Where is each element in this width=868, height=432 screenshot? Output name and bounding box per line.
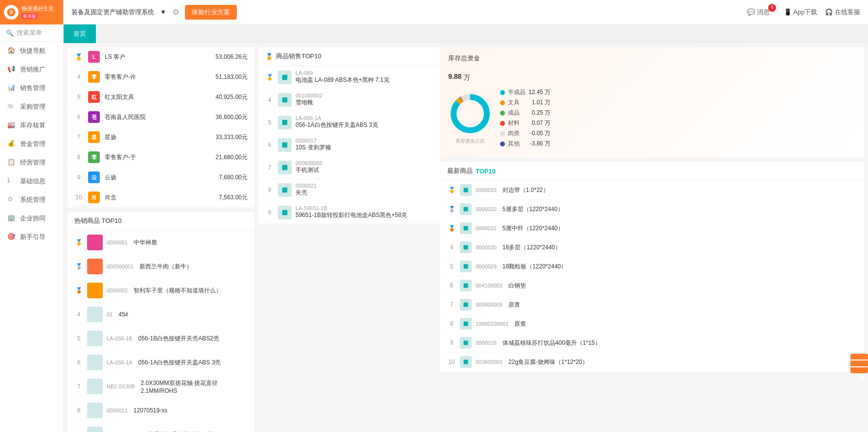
message-area[interactable]: 💬 消息 6 <box>747 8 776 17</box>
np-rank: 7 <box>447 301 456 308</box>
trial-button[interactable]: 体验行业方案 <box>185 5 237 20</box>
hot-product-img <box>87 379 103 394</box>
product-sales-panel: 🏅 商品销售TOP10 🥇 LA-089 电池盖 LA-089 ABS本色+黑种… <box>258 47 440 224</box>
customer-name: 零售客户-于 <box>105 153 211 162</box>
product-name: 056-1A白色按键开关盖ABS 3克 <box>296 121 434 129</box>
tab-bar: 首页 <box>64 24 868 43</box>
dropdown-arrow[interactable]: ▼ <box>160 8 166 16</box>
hot-product-img <box>87 283 103 298</box>
service-desk-btn[interactable]: 直播 <box>850 367 868 373</box>
np-code: 0000028 <box>476 340 497 346</box>
hot-products-list: 🥇 0000001 中华神鹿 🥈 000500001 新西兰牛肉（新牛） 🥉 <box>68 231 254 432</box>
customer-rank-list: 🥇 L LS 客户 53,006.26元 4 零 零售客户-许 51,183.0… <box>68 47 254 208</box>
donut-chart <box>448 92 492 136</box>
product-name: 59651-1B旋转投影灯电池盒ABS黑色+58克 <box>296 211 434 219</box>
rank-number: 7 <box>74 134 83 141</box>
customer-avatar: L <box>88 51 100 63</box>
product-icon <box>278 161 292 174</box>
chart-icon: 📊 <box>7 84 16 93</box>
sidebar-item-guide[interactable]: 🎯 新手引导 <box>0 228 63 246</box>
legend-val: 1.01 万 <box>532 98 551 107</box>
np-name: 22g鱼豆腐-烧烤味（1*12*20） <box>508 358 588 366</box>
legend-item: 其他 -3.86 万 <box>500 140 550 148</box>
hot-product-code: 000500001 <box>107 264 134 269</box>
new-product-item: 7 000800008 原查 <box>440 295 864 314</box>
product-info: 0000021 夹壳 <box>296 183 434 197</box>
hot-product-name: 056-1B白色按键开关壳ABS2壳 <box>138 335 219 343</box>
np-name: 18多层（1220*2440） <box>503 243 561 252</box>
product-rank: 6 <box>265 142 274 148</box>
tab-home[interactable]: 首页 <box>64 24 96 43</box>
customer-rank-item: 🥇 L LS 客户 53,006.26元 <box>68 47 254 67</box>
np-icon <box>460 337 472 349</box>
online-service[interactable]: 🎧 在线客服 <box>825 8 860 17</box>
hot-product-code: 0000011 <box>107 408 128 413</box>
np-icon <box>460 261 472 272</box>
customer-value: 51,183.00元 <box>216 73 248 81</box>
np-icon <box>460 222 472 234</box>
customer-rank-item: 4 零 零售客户-许 51,183.00元 <box>68 67 254 87</box>
customer-rank-item: 10 肖 肖念 7,563.00元 <box>68 188 254 208</box>
hot-rank: 🥉 <box>74 287 83 294</box>
search-label: 搜索菜单 <box>17 28 42 37</box>
product-icon <box>278 93 292 107</box>
message-label: 消息 <box>757 8 770 16</box>
hot-rank: 7 <box>74 383 83 390</box>
settings-icon[interactable]: ⚙ <box>172 7 179 17</box>
np-rank: 4 <box>447 244 456 251</box>
sidebar-item-inventory[interactable]: 🏭 库存核算 <box>0 116 63 135</box>
sidebar-item-base-info[interactable]: ℹ 基础信息 <box>0 172 63 191</box>
chart-legend: 半成品 12.45 万 文具 1.01 万 成品 0.25 万 <box>500 88 550 148</box>
product-icon <box>278 206 292 219</box>
sidebar-item-sys-manage[interactable]: ⚙ 系统管理 <box>0 191 63 209</box>
sidebar-item-enterprise[interactable]: 🏢 企业协同 <box>0 209 63 228</box>
svg-rect-17 <box>464 284 468 288</box>
hot-rank: 5 <box>74 335 83 342</box>
hot-product-code: NB2.0X30B <box>107 384 135 389</box>
np-code: 10000100001 <box>476 321 508 327</box>
sidebar-item-finance[interactable]: 💰 资金管理 <box>0 135 63 153</box>
svg-rect-4 <box>282 165 288 170</box>
message-badge: 6 <box>768 4 776 12</box>
customer-name: LS 客户 <box>105 53 211 61</box>
sidebar-item-sales[interactable]: 📊 销售管理 <box>0 79 63 97</box>
mobile-icon: 📱 <box>784 8 792 16</box>
svg-rect-13 <box>464 207 468 212</box>
svg-rect-21 <box>464 360 468 364</box>
product-rank: 9 <box>265 209 274 216</box>
rank-number: 10 <box>74 194 83 201</box>
hot-product-item: 5 LA-056-1B 056-1B白色按键开关壳ABS2壳 <box>68 327 254 351</box>
customer-rank-item: 9 云 云扬 7,680.00元 <box>68 168 254 188</box>
legend-val: -0.05 万 <box>530 129 551 138</box>
inventory-card: 库存总资金 9.88 万 <box>440 47 864 158</box>
svg-rect-0 <box>282 74 288 80</box>
sidebar-item-operations[interactable]: 📋 经营管理 <box>0 153 63 172</box>
np-code: 0000032 <box>476 206 497 212</box>
svg-rect-12 <box>464 188 468 192</box>
service-community-btn[interactable]: 服务社区 <box>850 360 868 366</box>
service-hotline-btn[interactable]: 客服热线 <box>850 354 868 360</box>
hot-product-name: 056-1A白色按键开关盖ABS 3壳 <box>138 359 221 367</box>
product-icon <box>278 71 292 84</box>
svg-rect-3 <box>282 142 288 147</box>
hot-product-item: 7 NB2.0X30B 2.0X30MM双搓花轴 搓花直径2.1MM/ROHS <box>68 375 254 399</box>
logo-text: 畅捷通好生意 <box>22 5 54 12</box>
product-rank: 8 <box>265 187 274 193</box>
hot-product-img <box>87 355 103 370</box>
sidebar-item-quick-nav[interactable]: 🏠 快捷导航 <box>0 42 63 60</box>
new-product-item: 6 004100001 白钢垫 <box>440 276 864 295</box>
legend-name: 肉类 <box>508 129 527 138</box>
legend-dot <box>500 111 505 116</box>
customer-name: 云扬 <box>105 173 214 182</box>
message-icon: 💬 <box>747 8 755 16</box>
sidebar-item-purchase[interactable]: 🛍 采购管理 <box>0 97 63 116</box>
hot-product-item: 8 0000011 12070519-xs <box>68 399 254 423</box>
sidebar-search[interactable]: 🔍 搜索菜单 <box>0 24 63 42</box>
product-info: LA-59651-1B 59651-1B旋转投影灯电池盒ABS黑色+58克 <box>296 205 434 219</box>
product-sales-title: 商品销售TOP10 <box>276 52 321 61</box>
customer-rank-item: 7 星 星扬 33,333.00元 <box>68 127 254 147</box>
hot-product-img <box>87 259 103 274</box>
sidebar-item-marketing[interactable]: 📢 营销推广 <box>0 60 63 79</box>
customer-name: 零售客户-许 <box>105 73 211 81</box>
app-download[interactable]: 📱 App下载 <box>784 8 817 17</box>
